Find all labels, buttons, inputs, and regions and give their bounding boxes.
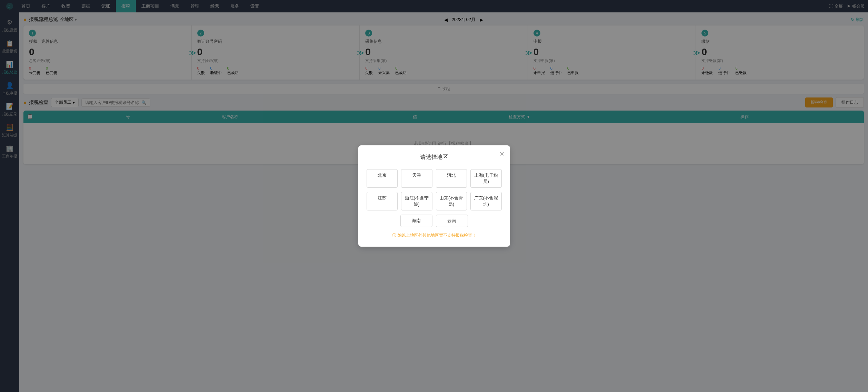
- region-btn-tianjin[interactable]: 天津: [401, 169, 432, 188]
- region-btn-shanghai[interactable]: 上海(电子税局): [470, 169, 502, 188]
- modal-overlay[interactable]: ✕ 请选择地区 北京 天津 河北 上海(电子税局) 江苏 浙江(不含宁波) 山东…: [0, 0, 868, 392]
- modal-close-btn[interactable]: ✕: [499, 151, 505, 157]
- region-btn-hebei[interactable]: 河北: [436, 169, 467, 188]
- region-btn-yunnan[interactable]: 云南: [436, 215, 468, 227]
- region-btn-shandong[interactable]: 山东(不含青岛): [436, 192, 467, 210]
- region-row-3: 海南 云南: [367, 215, 502, 227]
- region-btn-beijing[interactable]: 北京: [367, 169, 398, 188]
- region-select-modal: ✕ 请选择地区 北京 天津 河北 上海(电子税局) 江苏 浙江(不含宁波) 山东…: [358, 145, 510, 247]
- warning-icon: ⓘ: [392, 233, 396, 238]
- region-row-2: 江苏 浙江(不含宁波) 山东(不含青岛) 广东(不含深圳): [367, 192, 502, 210]
- region-row-1: 北京 天津 河北 上海(电子税局): [367, 169, 502, 188]
- region-btn-zhejiang[interactable]: 浙江(不含宁波): [401, 192, 432, 210]
- warning-text: ⓘ 除以上地区外其他地区暂不支持报税检查！: [367, 233, 502, 238]
- modal-title: 请选择地区: [367, 154, 502, 161]
- region-btn-hainan[interactable]: 海南: [400, 215, 432, 227]
- region-btn-guangdong[interactable]: 广东(不含深圳): [470, 192, 502, 210]
- region-btn-jiangsu[interactable]: 江苏: [367, 192, 398, 210]
